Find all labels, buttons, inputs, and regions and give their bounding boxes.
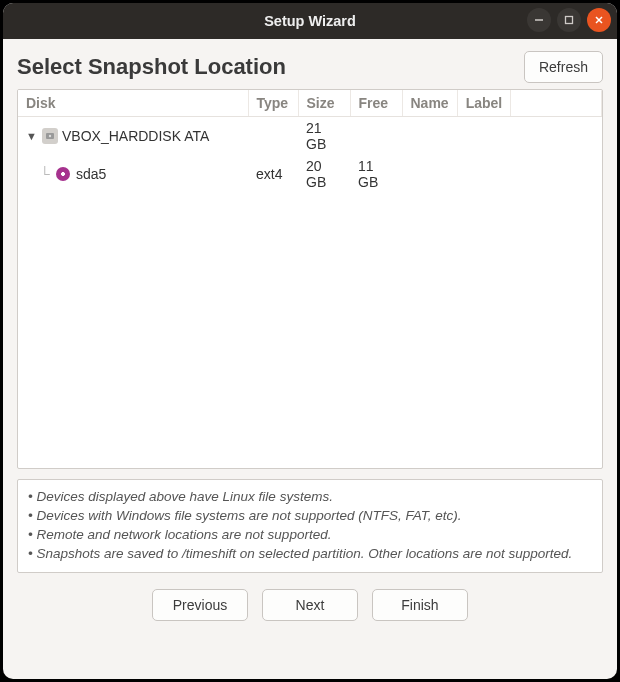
wizard-footer: Previous Next Finish: [17, 573, 603, 639]
next-button[interactable]: Next: [262, 589, 358, 621]
setup-wizard-window: Setup Wizard Select Snapshot Location Re…: [3, 3, 617, 679]
note-line: • Devices displayed above have Linux fil…: [28, 488, 592, 507]
cell-size: 20 GB: [298, 155, 350, 193]
cell-type: ext4: [248, 155, 298, 193]
col-name[interactable]: Name: [402, 90, 457, 117]
finish-button[interactable]: Finish: [372, 589, 468, 621]
partition-name: sda5: [76, 166, 106, 182]
harddisk-icon: [42, 128, 58, 144]
tree-branch-icon: └: [40, 166, 50, 182]
previous-button[interactable]: Previous: [152, 589, 248, 621]
refresh-button[interactable]: Refresh: [524, 51, 603, 83]
col-free[interactable]: Free: [350, 90, 402, 117]
minimize-button[interactable]: [527, 8, 551, 32]
maximize-icon: [564, 15, 574, 25]
note-line: • Devices with Windows file systems are …: [28, 507, 592, 526]
table-row[interactable]: └ sda5 ext4 20 GB 11 GB: [18, 155, 602, 193]
disk-table-container: Disk Type Size Free Name Label ▼: [17, 89, 603, 469]
cell-type: [248, 117, 298, 156]
titlebar: Setup Wizard: [3, 3, 617, 39]
close-icon: [594, 15, 604, 25]
disk-table: Disk Type Size Free Name Label ▼: [18, 90, 602, 193]
partition-icon: [56, 167, 70, 181]
page-title: Select Snapshot Location: [17, 54, 286, 80]
info-notes: • Devices displayed above have Linux fil…: [17, 479, 603, 573]
cell-name: [402, 117, 457, 156]
disk-table-body: ▼ VBOX_HARDDISK ATA 21 GB: [18, 117, 602, 194]
minimize-icon: [534, 15, 544, 25]
window-title: Setup Wizard: [3, 13, 617, 29]
table-header-row: Disk Type Size Free Name Label: [18, 90, 602, 117]
expand-toggle-icon[interactable]: ▼: [26, 130, 38, 142]
window-controls: [527, 8, 611, 32]
table-row[interactable]: ▼ VBOX_HARDDISK ATA 21 GB: [18, 117, 602, 156]
col-size[interactable]: Size: [298, 90, 350, 117]
cell-label: [457, 155, 511, 193]
page-header: Select Snapshot Location Refresh: [17, 51, 603, 83]
col-disk[interactable]: Disk: [18, 90, 248, 117]
cell-label: [457, 117, 511, 156]
svg-point-5: [49, 135, 51, 137]
cell-name: [402, 155, 457, 193]
content-area: Select Snapshot Location Refresh Disk Ty…: [3, 39, 617, 679]
cell-free: [350, 117, 402, 156]
note-line: • Snapshots are saved to /timeshift on s…: [28, 545, 592, 564]
cell-free: 11 GB: [350, 155, 402, 193]
col-type[interactable]: Type: [248, 90, 298, 117]
cell-size: 21 GB: [298, 117, 350, 156]
note-line: • Remote and network locations are not s…: [28, 526, 592, 545]
svg-rect-1: [566, 17, 573, 24]
col-spacer: [511, 90, 602, 117]
col-label[interactable]: Label: [457, 90, 511, 117]
disk-name: VBOX_HARDDISK ATA: [62, 128, 209, 144]
maximize-button[interactable]: [557, 8, 581, 32]
close-button[interactable]: [587, 8, 611, 32]
